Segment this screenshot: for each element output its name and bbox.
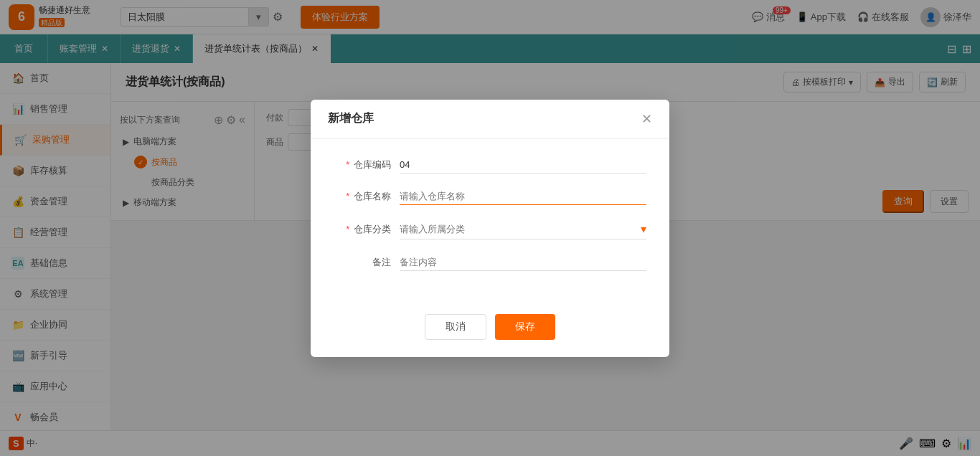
- code-input[interactable]: [400, 156, 646, 174]
- name-label: * 仓库名称: [334, 190, 391, 203]
- category-input[interactable]: [400, 224, 641, 234]
- new-warehouse-modal: 新增仓库 ✕ * 仓库编码 * 仓库名称: [311, 100, 669, 357]
- name-input[interactable]: [400, 188, 646, 205]
- modal-overlay: 新增仓库 ✕ * 仓库编码 * 仓库名称: [0, 0, 980, 456]
- modal-footer: 取消 保存: [311, 303, 669, 357]
- note-input[interactable]: [400, 254, 646, 271]
- category-dropdown-icon[interactable]: ▾: [641, 222, 646, 236]
- form-row-code: * 仓库编码: [334, 156, 646, 174]
- note-label: 备注: [334, 256, 391, 269]
- code-label: * 仓库编码: [334, 158, 391, 171]
- cancel-btn[interactable]: 取消: [425, 314, 486, 340]
- modal-body: * 仓库编码 * 仓库名称 * 仓库分类: [311, 139, 669, 303]
- save-btn[interactable]: 保存: [495, 314, 555, 340]
- form-row-name: * 仓库名称: [334, 188, 646, 205]
- form-row-category: * 仓库分类 ▾: [334, 219, 646, 239]
- modal-close-btn[interactable]: ✕: [641, 111, 652, 127]
- modal-header: 新增仓库 ✕: [311, 100, 669, 139]
- modal-title: 新增仓库: [328, 111, 374, 126]
- category-select-row: ▾: [400, 219, 646, 239]
- category-label: * 仓库分类: [334, 223, 391, 236]
- form-row-note: 备注: [334, 254, 646, 271]
